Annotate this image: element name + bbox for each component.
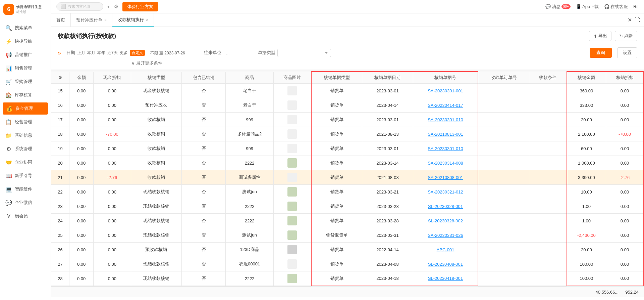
sidebar-item-12[interactable]: 💻 智能硬件 [0, 182, 51, 196]
refresh-button[interactable]: ↻ 刷新 [615, 31, 637, 41]
filter-bar: » 日期 上月 本月 本年 近7天 更多 自定义 不限 至 2023-07-26… [51, 44, 644, 70]
cell-receipt_condition [529, 228, 567, 243]
cell-bill_no[interactable]: SL-20230328-001 [413, 199, 478, 214]
col-bill_type: 核销单据类型 [311, 72, 362, 84]
sidebar-item-8[interactable]: 📁 基础信息 [0, 129, 51, 142]
cell-cash_discount: 0.00 [94, 199, 131, 214]
cell-cash_discount: -70.00 [94, 127, 131, 141]
sidebar-item-0[interactable]: 🔍 搜索菜单 [0, 21, 51, 35]
bill-no-link[interactable]: SL-20230328-002 [428, 218, 463, 223]
online-support-link[interactable]: 🎧 在线客服 [604, 4, 628, 10]
bill-type-select[interactable] [277, 49, 331, 57]
bill-no-link[interactable]: SA-20210808-001 [428, 175, 463, 180]
date-more[interactable]: 更多 [120, 50, 128, 56]
sidebar-item-9[interactable]: ⚙ 系统管理 [0, 142, 51, 156]
bill-no-link[interactable]: SA-20230331-026 [428, 233, 463, 238]
date-7days[interactable]: 近7天 [107, 50, 118, 56]
cell-cancel_discount: 0.00 [606, 98, 644, 113]
sidebar-icon-6: 💰 [6, 105, 13, 112]
goods-img [287, 115, 297, 124]
tab-1[interactable]: 预付冲应付单× [71, 13, 112, 27]
tab-2[interactable]: 收款核销执行× [112, 13, 154, 27]
sidebar-icon-2: 📢 [5, 51, 12, 58]
cell-bill_no[interactable]: SA-20230301-001 [413, 84, 478, 98]
cell-bill_no[interactable]: SA-20230414-017 [413, 98, 478, 113]
cell-bill_no[interactable]: SL-20230418-001 [413, 271, 478, 286]
bill-no-link[interactable]: ABC-001 [437, 247, 454, 252]
date-this-year[interactable]: 本年 [97, 50, 105, 56]
cell-bill_date: 2023-03-14 [362, 156, 413, 170]
tab-0[interactable]: 首页 [51, 13, 71, 27]
message-badge: 99+ [561, 4, 571, 9]
chevron-down-icon[interactable]: ▾ [107, 4, 110, 9]
bill-no-link[interactable]: SA-20230414-017 [428, 103, 463, 108]
expand-conditions-btn[interactable]: ∨ 展开更多条件 [131, 60, 162, 66]
sidebar-item-4[interactable]: 🛒 采购管理 [0, 75, 51, 88]
bill-no-link[interactable]: SL-20230408-001 [428, 262, 463, 267]
user-label[interactable]: Rit [633, 4, 639, 9]
maximize-icon[interactable]: ⛶ [635, 17, 640, 23]
cell-bill_no[interactable]: SA-20230301-010 [413, 113, 478, 127]
custom-date-tag[interactable]: 自定义 [130, 50, 145, 56]
tab-close-2[interactable]: × [146, 17, 148, 22]
sidebar-label-9: 系统管理 [15, 146, 32, 152]
sidebar-item-1[interactable]: ⚡ 快捷导航 [0, 35, 51, 48]
col-bill_date: 核销单据日期 [362, 72, 413, 84]
industry-solution-button[interactable]: 体验行业方案 [122, 2, 158, 11]
logo: 6 畅捷通谱好生意 标准版 [0, 0, 51, 19]
data-table-container: ⚙余额现金折扣核销类型包含已结清商品商品图片核销单据类型核销单据日期核销单据号收… [51, 71, 644, 300]
app-download-link[interactable]: 📱 App下载 [576, 4, 599, 10]
close-window-icon[interactable]: ✕ [628, 17, 632, 23]
cell-bill_no[interactable]: SA-20230331-026 [413, 228, 478, 243]
sidebar-item-7[interactable]: 📋 经营管理 [0, 115, 51, 129]
cell-goods_img [273, 156, 311, 170]
bill-no-link[interactable]: SL-20230328-001 [428, 204, 463, 209]
bill-no-link[interactable]: SL-20230418-001 [428, 276, 463, 281]
cell-receipt_condition [529, 127, 567, 141]
tab-close-1[interactable]: × [104, 18, 107, 23]
sidebar-item-3[interactable]: 📊 销售管理 [0, 61, 51, 75]
export-button[interactable]: ⬆ 导出 [589, 31, 611, 41]
sidebar-item-14[interactable]: V 畅会员 [0, 209, 51, 223]
bill-no-link[interactable]: SA-20230301-010 [428, 146, 463, 151]
settings-button[interactable]: 设置 [617, 47, 637, 58]
app-download-label: App下载 [582, 4, 599, 10]
gear-icon[interactable]: ⚙ [114, 3, 118, 10]
cell-goods_img [273, 84, 311, 98]
cell-balance: 0.00 [69, 257, 94, 271]
cell-bill_no[interactable]: SA-20230301-010 [413, 141, 478, 156]
cell-include_settled: 否 [181, 243, 225, 257]
cell-bill_no[interactable]: SA-20230314-008 [413, 156, 478, 170]
cell-bill_no[interactable]: SL-20230328-002 [413, 214, 478, 228]
sidebar-item-6[interactable]: 💰 资金管理 [3, 102, 48, 115]
cell-bill_no[interactable]: ABC-001 [413, 243, 478, 257]
bill-no-link[interactable]: SA-20230301-001 [428, 88, 463, 93]
bill-type-label: 单据类型 [258, 50, 275, 56]
bill-no-link[interactable]: SA-20230301-010 [428, 117, 463, 122]
message-area[interactable]: 💬 消息 99+ [545, 4, 571, 10]
cell-include_settled: 否 [181, 113, 225, 127]
cell-cancel_type: 收款核销 [131, 170, 181, 185]
query-button[interactable]: 查询 [590, 48, 612, 58]
filter-expand-icon[interactable]: » [58, 49, 61, 56]
cell-bill_no[interactable]: SL-20230408-001 [413, 257, 478, 271]
cell-cancel_amount: 20.00 [567, 113, 606, 127]
sidebar-item-5[interactable]: 🏠 库存核算 [0, 88, 51, 102]
sidebar-item-10[interactable]: 🤝 企业协同 [0, 156, 51, 169]
date-this-month[interactable]: 本月 [87, 50, 95, 56]
sidebar-item-13[interactable]: 💬 企业微信 [0, 196, 51, 209]
goods-img [287, 100, 297, 110]
goods-img [287, 158, 297, 168]
bill-no-link[interactable]: SA-20210813-001 [428, 132, 463, 137]
sidebar-item-2[interactable]: 📢 营销推广 [0, 48, 51, 61]
bill-no-link[interactable]: SA-20230314-008 [428, 161, 463, 166]
date-last-month[interactable]: 上月 [77, 50, 85, 56]
cell-receipt_order_no [478, 214, 529, 228]
sidebar-item-11[interactable]: 📖 新手引导 [0, 169, 51, 182]
cell-bill_no[interactable]: SA-20210808-001 [413, 170, 478, 185]
cell-bill_no[interactable]: SA-20230321-012 [413, 185, 478, 199]
table-row: 270.000.00现结收款核销否衣服00001销货单2023-04-08SL-… [51, 257, 644, 271]
bill-no-link[interactable]: SA-20230321-012 [428, 189, 463, 195]
cell-bill_no[interactable]: SA-20210813-001 [413, 127, 478, 141]
settings-col-icon[interactable]: ⚙ [58, 75, 62, 80]
